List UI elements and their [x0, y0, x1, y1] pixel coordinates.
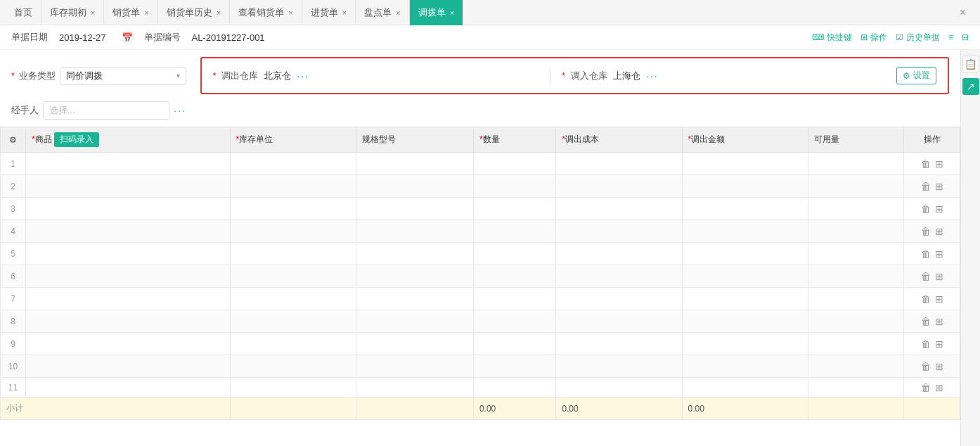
copy-icon[interactable]: ⊞: [935, 293, 943, 305]
cell-product[interactable]: [26, 265, 231, 288]
close-icon[interactable]: ×: [217, 8, 221, 17]
copy-icon[interactable]: ⊞: [935, 271, 943, 282]
cell-cost[interactable]: [556, 288, 682, 310]
cell-spec[interactable]: [356, 333, 473, 355]
cell-qty[interactable]: [473, 198, 555, 220]
cell-qty[interactable]: [473, 220, 555, 243]
cell-amount[interactable]: [682, 220, 808, 243]
delete-icon[interactable]: 🗑: [921, 271, 931, 282]
view-toggle-grid-btn[interactable]: ⊟: [962, 32, 969, 42]
cell-qty[interactable]: [473, 310, 555, 333]
cell-qty[interactable]: [473, 153, 555, 175]
cell-qty[interactable]: [473, 288, 555, 310]
delete-icon[interactable]: 🗑: [921, 181, 931, 192]
copy-icon[interactable]: ⊞: [935, 361, 943, 372]
tab-view-sales[interactable]: 查看销货单 ×: [230, 0, 302, 25]
delete-icon[interactable]: 🗑: [921, 361, 931, 372]
cell-product[interactable]: [26, 355, 231, 378]
cell-product[interactable]: [26, 310, 231, 333]
cell-spec[interactable]: [356, 265, 473, 288]
tab-sales-history[interactable]: 销货单历史 ×: [158, 0, 230, 25]
expand-button[interactable]: ↗: [962, 78, 979, 95]
delete-icon[interactable]: 🗑: [921, 316, 931, 327]
tab-inventory-check[interactable]: 盘点单 ×: [356, 0, 409, 25]
cell-product[interactable]: [26, 288, 231, 310]
cell-amount[interactable]: [682, 288, 808, 310]
view-toggle-btn[interactable]: ≡: [948, 32, 953, 42]
operations-btn[interactable]: ⊞ 操作: [860, 32, 887, 44]
cell-spec[interactable]: [356, 198, 473, 220]
cell-amount[interactable]: [682, 310, 808, 333]
copy-icon[interactable]: ⊞: [935, 338, 943, 350]
cell-unit[interactable]: [230, 355, 356, 378]
cell-qty[interactable]: [473, 355, 555, 378]
cell-unit[interactable]: [230, 333, 356, 355]
copy-icon[interactable]: ⊞: [935, 382, 943, 393]
calendar-icon[interactable]: 📅: [122, 32, 133, 43]
cell-cost[interactable]: [556, 265, 682, 288]
history-btn[interactable]: ☑ 历史单据: [896, 32, 940, 44]
copy-icon[interactable]: ⊞: [935, 181, 943, 192]
delete-icon[interactable]: 🗑: [921, 293, 931, 305]
window-close-button[interactable]: ×: [951, 6, 974, 19]
tab-home[interactable]: 首页: [6, 0, 41, 25]
cell-unit[interactable]: [230, 243, 356, 265]
cell-product[interactable]: [26, 220, 231, 243]
cell-product[interactable]: [26, 333, 231, 355]
delete-icon[interactable]: 🗑: [921, 382, 931, 393]
cell-amount[interactable]: [682, 198, 808, 220]
delete-icon[interactable]: 🗑: [921, 203, 931, 215]
cell-product[interactable]: [26, 175, 231, 198]
delete-icon[interactable]: 🗑: [921, 248, 931, 260]
operator-more-btn[interactable]: ···: [174, 105, 186, 116]
cell-amount[interactable]: [682, 333, 808, 355]
tab-inventory-init[interactable]: 库存期初 ×: [41, 0, 104, 25]
cell-qty[interactable]: [473, 175, 555, 198]
operator-dropdown[interactable]: 选择...: [43, 101, 169, 120]
copy-icon[interactable]: ⊞: [935, 203, 943, 215]
cell-qty[interactable]: [473, 265, 555, 288]
cell-spec[interactable]: [356, 153, 473, 175]
cell-spec[interactable]: [356, 243, 473, 265]
cell-spec[interactable]: [356, 378, 473, 397]
cell-cost[interactable]: [556, 378, 682, 397]
close-icon[interactable]: ×: [342, 8, 347, 17]
cell-spec[interactable]: [356, 175, 473, 198]
out-warehouse-more-btn[interactable]: ···: [297, 70, 309, 82]
notes-button[interactable]: 📋: [962, 56, 979, 72]
cell-cost[interactable]: [556, 355, 682, 378]
cell-cost[interactable]: [556, 310, 682, 333]
cell-unit[interactable]: [230, 265, 356, 288]
cell-cost[interactable]: [556, 153, 682, 175]
cell-product[interactable]: [26, 243, 231, 265]
cell-unit[interactable]: [230, 153, 356, 175]
cell-amount[interactable]: [682, 153, 808, 175]
delete-icon[interactable]: 🗑: [921, 226, 931, 237]
cell-qty[interactable]: [473, 243, 555, 265]
close-icon[interactable]: ×: [396, 8, 400, 17]
cell-spec[interactable]: [356, 220, 473, 243]
cell-amount[interactable]: [682, 175, 808, 198]
cell-amount[interactable]: [682, 265, 808, 288]
cell-product[interactable]: [26, 153, 231, 175]
close-icon[interactable]: ×: [144, 8, 148, 17]
tab-sales-order[interactable]: 销货单 ×: [104, 0, 157, 25]
cell-cost[interactable]: [556, 175, 682, 198]
cell-unit[interactable]: [230, 175, 356, 198]
cell-cost[interactable]: [556, 333, 682, 355]
cell-unit[interactable]: [230, 288, 356, 310]
cell-unit[interactable]: [230, 220, 356, 243]
cell-cost[interactable]: [556, 198, 682, 220]
th-gear[interactable]: ⚙: [1, 127, 26, 153]
copy-icon[interactable]: ⊞: [935, 248, 943, 260]
close-icon[interactable]: ×: [288, 8, 292, 17]
scan-btn[interactable]: 扫码录入: [54, 132, 99, 147]
cell-spec[interactable]: [356, 310, 473, 333]
delete-icon[interactable]: 🗑: [921, 158, 931, 170]
cell-amount[interactable]: [682, 378, 808, 397]
close-icon[interactable]: ×: [91, 8, 95, 17]
cell-qty[interactable]: [473, 378, 555, 397]
cell-unit[interactable]: [230, 378, 356, 397]
cell-spec[interactable]: [356, 355, 473, 378]
cell-product[interactable]: [26, 378, 231, 397]
